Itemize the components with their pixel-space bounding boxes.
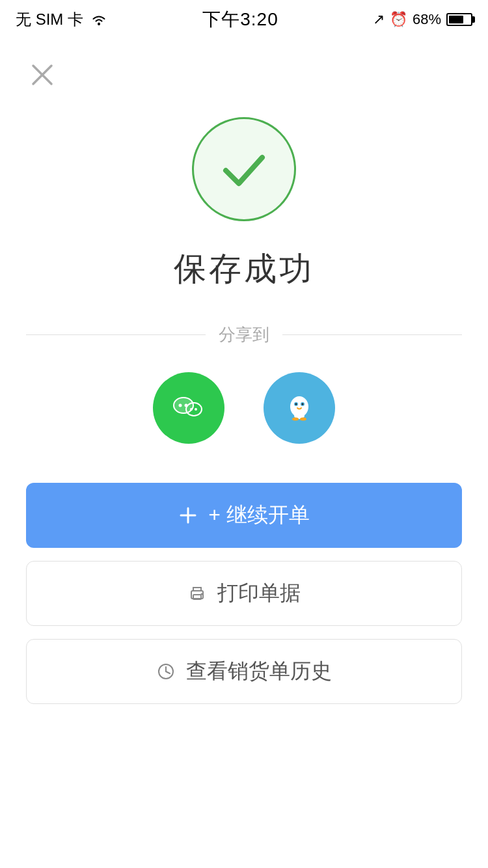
status-carrier: 无 SIM 卡: [16, 9, 108, 30]
svg-point-14: [295, 403, 297, 405]
close-button[interactable]: [26, 59, 59, 91]
svg-point-15: [302, 403, 304, 405]
history-icon: [156, 662, 176, 681]
svg-point-23: [201, 593, 203, 595]
svg-line-26: [166, 671, 170, 673]
plus-svg: [178, 506, 198, 525]
checkmark-icon: [218, 143, 270, 195]
svg-point-18: [300, 418, 306, 421]
print-label: 打印单据: [217, 579, 301, 608]
action-buttons: + 继续开单 打印单据 查看销: [26, 483, 462, 704]
wechat-icon: [169, 388, 208, 427]
success-icon-circle: [192, 117, 296, 221]
share-label: 分享到: [219, 323, 269, 346]
share-row: [153, 372, 335, 444]
close-icon: [31, 63, 54, 87]
share-qq-button[interactable]: [264, 372, 335, 444]
continue-button[interactable]: + 继续开单: [26, 483, 462, 548]
alarm-icon: ⏰: [390, 11, 407, 28]
share-divider: 分享到: [26, 323, 462, 346]
print-icon: [187, 584, 207, 603]
share-wechat-button[interactable]: [153, 372, 224, 444]
battery-fill: [449, 16, 463, 23]
printer-svg: [187, 584, 207, 603]
status-bar: 无 SIM 卡 下午3:20 ↗ ⏰ 68%: [0, 0, 488, 39]
plus-icon: [178, 506, 198, 525]
svg-point-11: [292, 397, 306, 414]
history-button[interactable]: 查看销货单历史: [26, 639, 462, 704]
status-time: 下午3:20: [202, 7, 278, 32]
divider-right: [282, 334, 462, 335]
svg-point-9: [195, 408, 197, 411]
close-button-row: [26, 39, 462, 104]
svg-point-17: [292, 418, 299, 421]
location-icon: ↗: [373, 11, 385, 28]
print-button[interactable]: 打印单据: [26, 561, 462, 626]
success-title: 保存成功: [174, 247, 314, 291]
divider-left: [26, 334, 206, 335]
wifi-icon: [90, 13, 108, 26]
carrier-text: 无 SIM 卡: [16, 9, 83, 30]
status-right: ↗ ⏰ 68%: [373, 11, 472, 28]
continue-label: + 继续开单: [208, 501, 310, 530]
battery-text: 68%: [413, 11, 441, 28]
svg-point-0: [98, 23, 100, 25]
battery-icon: [446, 13, 472, 26]
svg-point-5: [179, 404, 182, 407]
clock-svg: [156, 662, 176, 681]
main-content: 保存成功 分享到: [0, 39, 488, 704]
history-label: 查看销货单历史: [186, 657, 332, 686]
qq-icon: [280, 388, 319, 427]
svg-point-8: [190, 408, 193, 411]
